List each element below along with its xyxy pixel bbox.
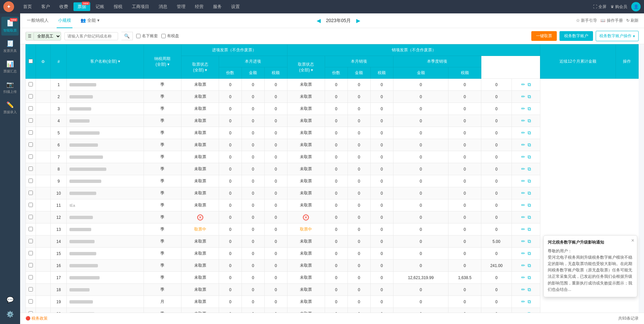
- row-checkbox[interactable]: [29, 82, 33, 86]
- tab-all[interactable]: 👥 全能 ▾: [79, 13, 101, 28]
- sidebar-item-scan-upload[interactable]: 📷 扫描上传: [1, 78, 19, 97]
- copy-btn[interactable]: ⧉: [527, 153, 532, 160]
- edit-btn[interactable]: ✏: [521, 298, 526, 305]
- row-checkbox[interactable]: [29, 167, 33, 171]
- edit-btn[interactable]: ✏: [521, 202, 526, 208]
- sidebar-item-invoice-open[interactable]: 🧾 发票开具: [1, 37, 19, 56]
- copy-btn[interactable]: ⧉: [527, 214, 532, 221]
- copy-btn[interactable]: ⧉: [527, 178, 532, 185]
- edit-btn[interactable]: ✏: [521, 141, 526, 148]
- row-checkbox[interactable]: [29, 118, 33, 123]
- edit-btn[interactable]: ✏: [521, 129, 526, 136]
- copy-btn[interactable]: ⧉: [527, 298, 532, 305]
- nav-tax[interactable]: 报税: [110, 2, 126, 11]
- sidebar-item-gear[interactable]: ⚙️: [1, 308, 19, 321]
- copy-btn[interactable]: ⧉: [527, 190, 532, 197]
- edit-btn[interactable]: ✏: [521, 166, 526, 172]
- copy-btn[interactable]: ⧉: [527, 262, 532, 269]
- nav-service[interactable]: 服务: [209, 2, 226, 11]
- edit-btn[interactable]: ✏: [521, 250, 526, 257]
- tab-small-scale[interactable]: 小规模: [57, 13, 72, 28]
- copy-btn[interactable]: ⧉: [527, 310, 532, 313]
- search-input[interactable]: [64, 32, 118, 40]
- edit-btn[interactable]: ✏: [521, 238, 526, 245]
- row-checkbox[interactable]: [29, 287, 33, 291]
- checkbox-has-tax-disc[interactable]: 有税盘: [161, 33, 179, 39]
- nav-invoice[interactable]: 票据new: [73, 2, 90, 11]
- edit-btn[interactable]: ✏: [521, 310, 526, 313]
- row-checkbox[interactable]: [29, 275, 33, 279]
- nav-business[interactable]: 工商项目: [128, 2, 153, 11]
- edit-btn[interactable]: ✏: [521, 178, 526, 184]
- copy-btn[interactable]: ⧉: [527, 117, 532, 124]
- new-guide-btn[interactable]: ☆ 新手引导: [576, 18, 597, 23]
- copy-btn[interactable]: ⧉: [527, 238, 532, 245]
- tax-policy-link[interactable]: 🔴 税务政策: [25, 316, 48, 321]
- fullscreen-btn[interactable]: ⛶ 全屏: [593, 4, 606, 10]
- nav-customer[interactable]: 客户: [37, 2, 54, 11]
- one-click-fetch-btn[interactable]: 一键取票: [531, 31, 557, 41]
- edit-btn[interactable]: ✏: [521, 153, 526, 160]
- row-checkbox[interactable]: [29, 106, 33, 111]
- row-checkbox[interactable]: [29, 203, 33, 207]
- prev-month-btn[interactable]: ◀: [315, 17, 323, 24]
- edit-btn[interactable]: ✏: [521, 117, 526, 124]
- refresh-btn[interactable]: ↻ 刷新: [626, 18, 639, 23]
- copy-btn[interactable]: ⧉: [527, 166, 532, 173]
- tax-digital-account-btn[interactable]: 税务数字账户: [559, 31, 593, 41]
- edit-btn[interactable]: ✏: [521, 214, 526, 220]
- checkbox-under-account-input[interactable]: [136, 34, 141, 38]
- sidebar-item-invoice-entry[interactable]: ✏️ 票据录入: [1, 99, 19, 117]
- nav-settings[interactable]: 设置: [227, 2, 244, 11]
- copy-btn[interactable]: ⧉: [527, 274, 532, 281]
- row-checkbox[interactable]: [29, 154, 33, 159]
- checkbox-under-account[interactable]: 名下账套: [136, 33, 158, 39]
- manual-btn[interactable]: 📖 操作手册: [600, 18, 623, 23]
- edit-btn[interactable]: ✏: [521, 105, 526, 112]
- tab-general-taxpayer[interactable]: 一般纳税人: [25, 13, 50, 28]
- edit-btn[interactable]: ✏: [521, 262, 526, 269]
- tax-digital-account-ops-btn[interactable]: 税务数字账户操作 ▾: [596, 31, 639, 41]
- sidebar-item-chat[interactable]: 💬: [1, 294, 19, 306]
- nav-accounting[interactable]: 记账: [92, 2, 108, 11]
- checkbox-has-tax-disc-input[interactable]: [161, 34, 166, 38]
- copy-btn[interactable]: ⧉: [527, 286, 532, 293]
- sidebar-item-invoice-summary[interactable]: 📊 票据汇总: [1, 58, 19, 76]
- nav-manage[interactable]: 管理: [173, 2, 190, 11]
- next-month-btn[interactable]: ▶: [354, 17, 362, 24]
- edit-btn[interactable]: ✏: [521, 226, 526, 233]
- row-checkbox[interactable]: [29, 94, 33, 99]
- edit-btn[interactable]: ✏: [521, 81, 526, 88]
- row-checkbox[interactable]: [29, 191, 33, 195]
- notification-close-btn[interactable]: ×: [631, 238, 634, 244]
- nav-fee[interactable]: 收费: [55, 2, 72, 11]
- edit-btn[interactable]: ✏: [521, 190, 526, 196]
- copy-btn[interactable]: ⧉: [527, 250, 532, 257]
- nav-message[interactable]: 消息: [155, 2, 171, 11]
- row-checkbox[interactable]: [29, 215, 33, 219]
- row-checkbox[interactable]: [29, 299, 33, 304]
- user-avatar[interactable]: 👤: [631, 2, 641, 11]
- member-btn[interactable]: ♛ 购会员: [610, 4, 627, 10]
- row-checkbox[interactable]: [29, 130, 33, 135]
- row-checkbox[interactable]: [29, 227, 33, 231]
- employee-filter-wrapper[interactable]: ☰ 全部员工: [25, 32, 61, 41]
- copy-btn[interactable]: ⧉: [527, 141, 532, 148]
- nav-home[interactable]: 首页: [19, 2, 36, 11]
- row-checkbox[interactable]: [29, 251, 33, 255]
- search-button[interactable]: 🔍: [121, 32, 133, 40]
- copy-btn[interactable]: ⧉: [527, 93, 532, 100]
- row-checkbox[interactable]: [29, 142, 33, 147]
- edit-btn[interactable]: ✏: [521, 274, 526, 281]
- edit-btn[interactable]: ✏: [521, 93, 526, 100]
- sidebar-item-smart-invoice[interactable]: 📄 智能取票 new: [1, 17, 19, 36]
- copy-btn[interactable]: ⧉: [527, 202, 532, 209]
- row-checkbox[interactable]: [29, 239, 33, 243]
- edit-btn[interactable]: ✏: [521, 286, 526, 293]
- row-checkbox[interactable]: [29, 263, 33, 267]
- copy-btn[interactable]: ⧉: [527, 105, 532, 112]
- copy-btn[interactable]: ⧉: [527, 129, 532, 136]
- employee-filter-select[interactable]: 全部员工: [34, 32, 61, 40]
- select-all-checkbox[interactable]: [29, 59, 33, 63]
- nav-operation[interactable]: 经营: [191, 2, 208, 11]
